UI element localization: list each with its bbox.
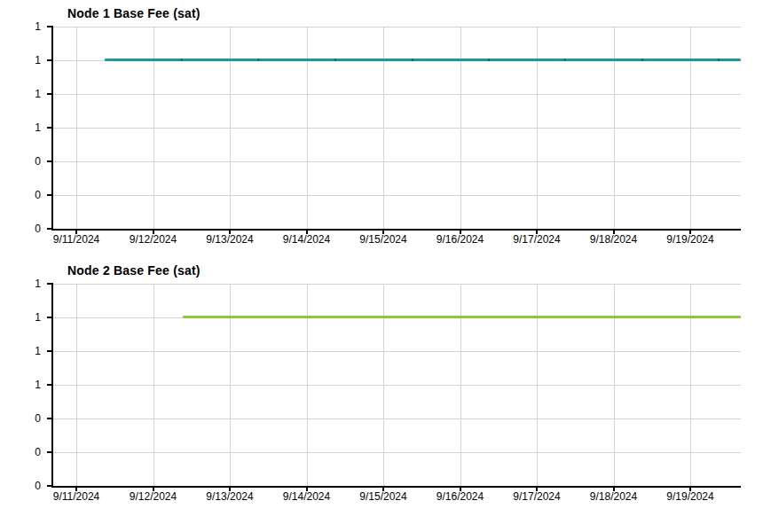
- x-tick-label: 9/18/2024: [576, 490, 652, 503]
- y-tick-label: 1: [9, 278, 41, 290]
- y-tick-label: 0: [9, 446, 41, 458]
- data-point-marker: [488, 59, 490, 61]
- y-tick-label: 0: [9, 223, 41, 235]
- v-gridline: [76, 284, 77, 486]
- y-axis-line: [51, 27, 53, 231]
- x-tick-label: 9/12/2024: [115, 490, 192, 503]
- data-point-marker: [257, 59, 259, 61]
- x-tick-label: 9/15/2024: [345, 233, 421, 246]
- h-gridline: [53, 419, 741, 419]
- x-axis-line: [51, 486, 741, 488]
- data-point-marker: [181, 59, 183, 61]
- v-gridline: [383, 27, 384, 229]
- plot-area: 11110009/11/20249/12/20249/13/20249/14/2…: [0, 0, 763, 257]
- h-gridline: [53, 128, 741, 129]
- y-tick-label: 1: [9, 311, 41, 324]
- chart-node1-base-fee: Node 1 Base Fee (sat) 11110009/11/20249/…: [0, 0, 763, 257]
- data-point-marker: [641, 59, 643, 61]
- y-tick-label: 1: [9, 121, 41, 134]
- x-tick-label: 9/14/2024: [269, 233, 345, 246]
- v-gridline: [537, 27, 538, 229]
- h-gridline: [53, 452, 741, 453]
- v-gridline: [537, 284, 538, 486]
- x-tick-label: 9/17/2024: [499, 490, 575, 503]
- v-gridline: [307, 284, 308, 486]
- v-gridline: [614, 27, 615, 229]
- h-gridline: [53, 94, 741, 95]
- x-tick-label: 9/19/2024: [652, 490, 728, 503]
- h-gridline: [53, 161, 741, 162]
- x-axis-line: [51, 229, 741, 231]
- v-gridline: [153, 284, 154, 486]
- v-gridline: [460, 284, 461, 486]
- plot-area: 11110009/11/20249/12/20249/13/20249/14/2…: [0, 257, 763, 514]
- h-gridline: [53, 385, 741, 386]
- h-gridline: [53, 351, 741, 352]
- v-gridline: [690, 27, 691, 229]
- y-axis-line: [51, 284, 53, 488]
- x-tick-label: 9/12/2024: [115, 233, 192, 246]
- v-gridline: [614, 284, 615, 486]
- v-gridline: [153, 27, 154, 229]
- y-tick-label: 1: [9, 379, 41, 391]
- x-tick-label: 9/13/2024: [192, 490, 268, 503]
- x-tick-label: 9/11/2024: [38, 490, 114, 503]
- y-tick-label: 1: [9, 88, 41, 100]
- h-gridline: [53, 27, 741, 27]
- y-tick-label: 1: [9, 345, 41, 357]
- data-point-marker: [564, 59, 566, 61]
- y-tick-label: 1: [9, 20, 41, 33]
- y-tick-label: 0: [9, 480, 41, 492]
- series-line: [183, 316, 741, 318]
- y-tick-label: 1: [9, 54, 41, 66]
- x-tick-label: 9/19/2024: [652, 233, 728, 246]
- v-gridline: [76, 27, 77, 229]
- v-gridline: [460, 27, 461, 229]
- v-gridline: [307, 27, 308, 229]
- v-gridline: [383, 284, 384, 486]
- x-tick-label: 9/11/2024: [38, 233, 114, 246]
- y-tick-label: 0: [9, 189, 41, 201]
- h-gridline: [53, 195, 741, 196]
- data-point-marker: [334, 59, 336, 61]
- h-gridline: [53, 284, 741, 285]
- x-tick-label: 9/18/2024: [576, 233, 652, 246]
- chart-node2-base-fee: Node 2 Base Fee (sat) 11110009/11/20249/…: [0, 257, 763, 514]
- x-tick-label: 9/17/2024: [499, 233, 575, 246]
- v-gridline: [230, 284, 231, 486]
- series-line: [105, 59, 741, 61]
- x-tick-label: 9/15/2024: [345, 490, 421, 503]
- v-gridline: [230, 27, 231, 229]
- y-tick-label: 0: [9, 412, 41, 425]
- x-tick-label: 9/16/2024: [422, 490, 499, 503]
- data-point-marker: [412, 59, 413, 61]
- v-gridline: [690, 284, 691, 486]
- x-tick-label: 9/14/2024: [269, 490, 345, 503]
- x-tick-label: 9/13/2024: [192, 233, 268, 246]
- y-tick-label: 0: [9, 155, 41, 168]
- x-tick-label: 9/16/2024: [422, 233, 499, 246]
- data-point-marker: [718, 59, 720, 61]
